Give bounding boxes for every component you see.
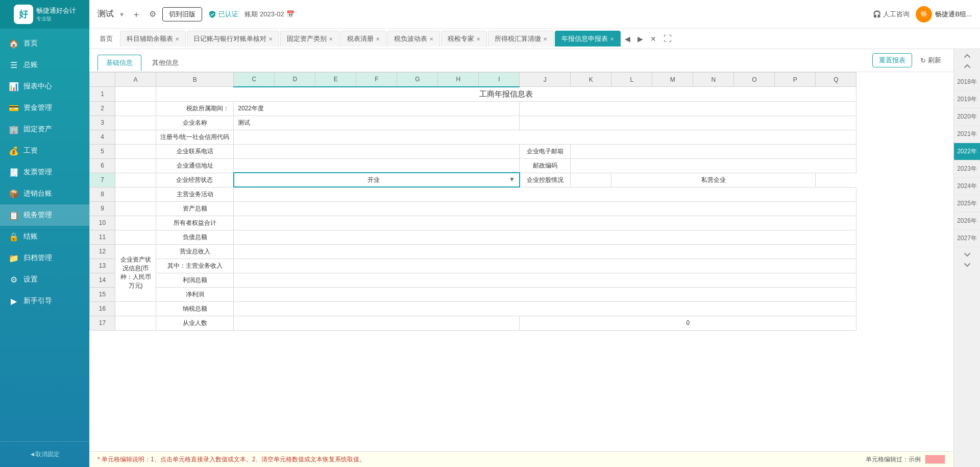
cell-12-B[interactable]: 营业总收入	[156, 244, 234, 259]
col-header-M[interactable]: M	[652, 73, 693, 87]
cell-8-A[interactable]	[115, 187, 156, 201]
col-header-B[interactable]: B	[156, 73, 234, 87]
tab-close-icon[interactable]: ✕	[610, 36, 614, 42]
cell-7-J[interactable]: 企业控股情况	[520, 173, 571, 187]
col-header-I[interactable]: I	[479, 73, 520, 87]
cell-11-C[interactable]	[234, 230, 856, 244]
cell-14-C[interactable]	[234, 273, 856, 287]
year-up-button[interactable]	[958, 61, 976, 72]
sidebar-item-stock[interactable]: 📦 进销台账	[0, 183, 89, 204]
sidebar-item-guide[interactable]: ▶ 新手引导	[0, 290, 89, 312]
tab-close-icon[interactable]: ✕	[429, 36, 433, 42]
cell-17-A[interactable]	[115, 316, 156, 330]
cell-14-B[interactable]: 利润总额	[156, 273, 234, 287]
tab-tax-wave[interactable]: 税负波动表 ✕	[387, 31, 440, 46]
sub-tab-basic[interactable]: 基础信息	[97, 55, 141, 71]
sidebar-item-ledger[interactable]: ☰ 总账	[0, 54, 89, 76]
cell-12-A[interactable]: 企业资产状况信息(币种：人民币万元)	[115, 244, 156, 301]
switch-version-button[interactable]: 切到旧版	[162, 7, 202, 21]
cell-7-C[interactable]: 开业 ▼	[234, 173, 520, 187]
cell-5-B[interactable]: 企业联系电话	[156, 144, 234, 158]
user-area[interactable]: 畅 畅捷通B组...	[916, 6, 972, 22]
tab-close-icon[interactable]: ✕	[268, 36, 273, 42]
sidebar-item-close[interactable]: 🔒 结账	[0, 226, 89, 247]
cell-6-A[interactable]	[115, 158, 156, 173]
col-header-P[interactable]: P	[775, 73, 816, 87]
cell-4-A[interactable]	[115, 130, 156, 144]
add-button[interactable]: ＋	[130, 7, 143, 21]
year-item-2026[interactable]: 2026年	[954, 213, 980, 230]
tab-journal[interactable]: 日记账与银行对账单核对 ✕	[187, 31, 279, 46]
col-header-E[interactable]: E	[315, 73, 356, 87]
sidebar-item-settings[interactable]: ⚙ 设置	[0, 269, 89, 290]
row-header-13[interactable]: 13	[90, 259, 115, 273]
cell-6-C[interactable]	[234, 158, 520, 173]
row-header-1[interactable]: 1	[90, 87, 115, 102]
cell-4-B[interactable]: 注册号/统一社会信用代码	[156, 130, 234, 144]
cell-13-B[interactable]: 其中：主营业务收入	[156, 259, 234, 273]
col-header-A[interactable]: A	[115, 73, 156, 87]
row-header-14[interactable]: 14	[90, 273, 115, 287]
sidebar-item-invoice[interactable]: 🧾 发票管理	[0, 161, 89, 183]
col-header-G[interactable]: G	[397, 73, 438, 87]
cell-17-C[interactable]	[234, 316, 520, 330]
year-item-2018[interactable]: 2018年	[954, 74, 980, 91]
sub-tab-other[interactable]: 其他信息	[143, 55, 187, 71]
cell-3-C[interactable]: 测试	[234, 115, 520, 130]
sidebar-item-funds[interactable]: 💳 资金管理	[0, 97, 89, 119]
row-header-2[interactable]: 2	[90, 101, 115, 115]
year-item-2019[interactable]: 2019年	[954, 91, 980, 108]
year-scroll-up-button[interactable]	[958, 51, 976, 61]
cell-2-J[interactable]	[520, 101, 856, 115]
tab-tax-calc[interactable]: 所得税汇算清缴 ✕	[488, 31, 554, 46]
col-header-Q[interactable]: Q	[816, 73, 856, 87]
cell-16-A[interactable]	[115, 301, 156, 316]
cell-3-B[interactable]: 企业名称	[156, 115, 234, 130]
cell-10-C[interactable]	[234, 216, 856, 230]
cell-1-title[interactable]: 工商年报信息表	[156, 87, 856, 102]
row-header-17[interactable]: 17	[90, 316, 115, 330]
sidebar-item-home[interactable]: 🏠 首页	[0, 33, 89, 54]
year-down-button[interactable]	[958, 249, 976, 260]
cell-9-A[interactable]	[115, 201, 156, 216]
cell-2-A[interactable]	[115, 101, 156, 115]
tab-close-button[interactable]: ✕	[647, 33, 659, 45]
cell-3-A[interactable]	[115, 115, 156, 130]
col-header-L[interactable]: L	[611, 73, 652, 87]
cell-17-B[interactable]: 从业人数	[156, 316, 234, 330]
col-header-K[interactable]: K	[571, 73, 611, 87]
row-header-6[interactable]: 6	[90, 158, 115, 173]
refresh-button[interactable]: ↻ 刷新	[916, 53, 945, 67]
tab-close-icon[interactable]: ✕	[543, 36, 547, 42]
tab-close-icon[interactable]: ✕	[376, 36, 380, 42]
col-header-D[interactable]: D	[275, 73, 315, 87]
sidebar-item-reports[interactable]: 📊 报表中心	[0, 76, 89, 97]
cell-4-C[interactable]	[234, 130, 856, 144]
tab-home[interactable]: 首页	[93, 32, 119, 45]
col-header-N[interactable]: N	[693, 73, 734, 87]
cell-1-A[interactable]	[115, 87, 156, 102]
tab-expand-button[interactable]: ⛶	[660, 32, 675, 45]
cell-10-B[interactable]: 所有者权益合计	[156, 216, 234, 230]
row-header-7[interactable]: 7	[90, 173, 115, 187]
cell-11-B[interactable]: 负债总额	[156, 230, 234, 244]
reset-button[interactable]: 重置报表	[872, 53, 912, 67]
year-scroll-down-button[interactable]	[958, 260, 976, 270]
tab-tax-expert[interactable]: 税检专家 ✕	[441, 31, 487, 46]
cell-2-B[interactable]: 税款所属期间：	[156, 101, 234, 115]
cell-11-A[interactable]	[115, 230, 156, 244]
cell-8-B[interactable]: 主营业务活动	[156, 187, 234, 201]
tab-close-icon[interactable]: ✕	[175, 36, 179, 42]
consult-button[interactable]: 🎧 人工咨询	[873, 10, 910, 19]
row-header-11[interactable]: 11	[90, 230, 115, 244]
year-item-2023[interactable]: 2023年	[954, 160, 980, 178]
col-header-H[interactable]: H	[438, 73, 479, 87]
sidebar-item-payroll[interactable]: 💰 工资	[0, 140, 89, 161]
year-item-2022[interactable]: 2022年	[954, 143, 980, 160]
row-header-8[interactable]: 8	[90, 187, 115, 201]
year-item-2027[interactable]: 2027年	[954, 230, 980, 247]
cell-10-A[interactable]	[115, 216, 156, 230]
row-header-5[interactable]: 5	[90, 144, 115, 158]
row-header-3[interactable]: 3	[90, 115, 115, 130]
dropdown-arrow-icon[interactable]: ▾	[120, 10, 124, 18]
